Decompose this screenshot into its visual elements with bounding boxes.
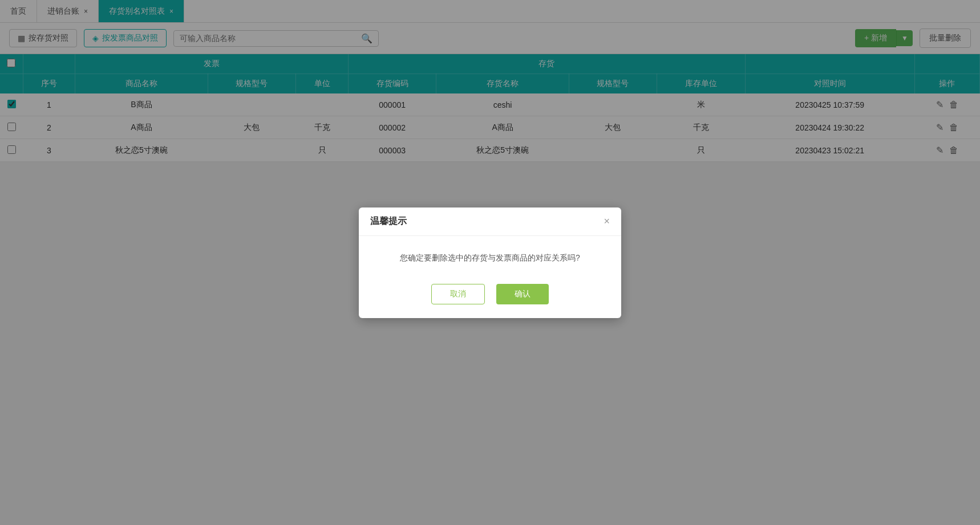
modal-overlay: 温馨提示 × 您确定要删除选中的存货与发票商品的对应关系吗? 取消 确认 bbox=[0, 0, 980, 162]
